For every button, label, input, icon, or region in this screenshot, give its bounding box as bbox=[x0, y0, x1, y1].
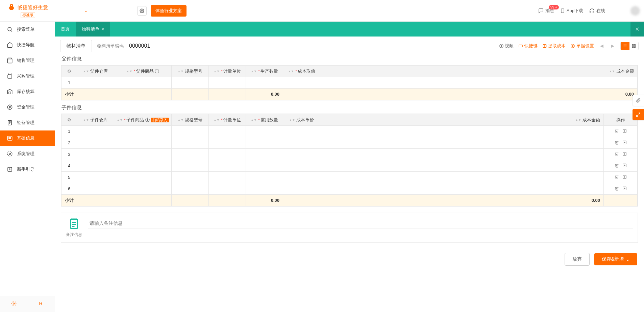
cell-qty[interactable] bbox=[246, 183, 283, 195]
delete-row-icon[interactable] bbox=[615, 129, 619, 134]
sidebar-item-sales[interactable]: 销售管理 bbox=[0, 53, 55, 68]
cell-unit[interactable] bbox=[209, 126, 246, 137]
cell-qty[interactable] bbox=[246, 77, 283, 89]
parent-col-costbasis[interactable]: ▲▼*成本取值 bbox=[283, 66, 320, 77]
app-download-link[interactable]: App下载 bbox=[560, 8, 583, 14]
sidebar-collapse-button[interactable] bbox=[39, 301, 44, 307]
remarks-input[interactable] bbox=[88, 218, 633, 229]
add-row-icon[interactable] bbox=[622, 186, 627, 192]
view-card-button[interactable] bbox=[629, 42, 638, 50]
cell-unitcost[interactable] bbox=[283, 183, 320, 195]
cell-unitcost[interactable] bbox=[283, 149, 320, 160]
close-all-tabs-button[interactable] bbox=[630, 22, 644, 37]
delete-row-icon[interactable] bbox=[615, 163, 619, 169]
cell-costbasis[interactable] bbox=[283, 77, 320, 89]
cell-product[interactable] bbox=[114, 160, 172, 172]
child-row[interactable]: 6 bbox=[61, 183, 638, 195]
delete-row-icon[interactable] bbox=[615, 186, 619, 192]
tab-home[interactable]: 首页 bbox=[55, 22, 76, 37]
cell-warehouse[interactable] bbox=[77, 77, 114, 89]
cell-costamount[interactable] bbox=[320, 137, 604, 149]
child-col-warehouse[interactable]: ▲▼子件仓库 bbox=[77, 114, 114, 126]
child-col-spec[interactable]: ▲▼规格型号 bbox=[172, 114, 209, 126]
cell-warehouse[interactable] bbox=[77, 126, 114, 137]
child-col-qty[interactable]: ▲▼*需用数量 bbox=[246, 114, 283, 126]
cell-qty[interactable] bbox=[246, 149, 283, 160]
save-new-button[interactable]: 保存&新增 ⌄ bbox=[594, 253, 637, 265]
sidebar-item-guide[interactable]: 新手引导 bbox=[0, 162, 55, 177]
cell-qty[interactable] bbox=[246, 126, 283, 137]
cell-unit[interactable] bbox=[209, 77, 246, 89]
cell-unit[interactable] bbox=[209, 149, 246, 160]
inner-tab-bom[interactable]: 物料清单 bbox=[60, 40, 92, 52]
parent-col-costamount[interactable]: ▲▼成本金额 bbox=[320, 66, 638, 77]
cell-product[interactable] bbox=[114, 183, 172, 195]
help-icon[interactable]: ⓘ bbox=[155, 69, 159, 74]
add-row-icon[interactable] bbox=[622, 129, 627, 134]
discard-button[interactable]: 放弃 bbox=[565, 253, 590, 266]
add-row-icon[interactable] bbox=[622, 163, 627, 169]
cell-unitcost[interactable] bbox=[283, 137, 320, 149]
cell-costamount[interactable] bbox=[320, 77, 638, 89]
messages-link[interactable]: 消息 99 + bbox=[538, 8, 554, 14]
sidebar-settings-button[interactable] bbox=[11, 301, 17, 307]
cell-costamount[interactable] bbox=[320, 172, 604, 183]
org-selector[interactable]: ⌄ bbox=[59, 8, 134, 14]
sidebar-item-quicknav[interactable]: 快捷导航 bbox=[0, 37, 55, 53]
sidebar-item-system[interactable]: 系统管理 bbox=[0, 146, 55, 162]
fullscreen-button[interactable] bbox=[633, 109, 644, 120]
cell-warehouse[interactable] bbox=[77, 149, 114, 160]
shortcut-link[interactable]: 快捷键 bbox=[518, 43, 538, 49]
sidebar-item-search[interactable]: 搜索菜单 bbox=[0, 22, 55, 37]
sidebar-item-inventory[interactable]: 库存核算 bbox=[0, 84, 55, 99]
parent-col-product[interactable]: ▲▼*父件商品 ⓘ bbox=[114, 66, 172, 77]
sidebar-item-purchase[interactable]: 采购管理 bbox=[0, 68, 55, 84]
doc-settings-link[interactable]: 单据设置 bbox=[570, 43, 594, 49]
parent-col-qty[interactable]: ▲▼*生产数量 bbox=[246, 66, 283, 77]
cell-unit[interactable] bbox=[209, 172, 246, 183]
online-service-link[interactable]: 在线 bbox=[589, 8, 624, 14]
cell-unit[interactable] bbox=[209, 183, 246, 195]
video-link[interactable]: 视频 bbox=[499, 43, 514, 49]
cell-product[interactable] bbox=[114, 126, 172, 137]
child-col-product[interactable]: ▲▼*子件商品 ⓘ扫码录入 bbox=[114, 114, 172, 126]
cell-warehouse[interactable] bbox=[77, 172, 114, 183]
parent-row[interactable]: 1 bbox=[61, 77, 638, 89]
view-list-button[interactable] bbox=[621, 42, 629, 50]
parent-col-unit[interactable]: ▲▼*计量单位 bbox=[209, 66, 246, 77]
extract-cost-link[interactable]: 提取成本 bbox=[542, 43, 566, 49]
cell-qty[interactable] bbox=[246, 160, 283, 172]
cell-unitcost[interactable] bbox=[283, 126, 320, 137]
child-col-gear[interactable]: ⚙ bbox=[61, 114, 77, 126]
cell-spec[interactable] bbox=[172, 126, 209, 137]
cell-costamount[interactable] bbox=[320, 126, 604, 137]
cell-costamount[interactable] bbox=[320, 160, 604, 172]
delete-row-icon[interactable] bbox=[615, 175, 619, 180]
child-col-unit[interactable]: ▲▼*计量单位 bbox=[209, 114, 246, 126]
next-doc-button[interactable]: ▶ bbox=[610, 43, 616, 48]
sidebar-item-funds[interactable]: 资金管理 bbox=[0, 99, 55, 115]
user-menu[interactable] bbox=[630, 6, 640, 16]
cell-unit[interactable] bbox=[209, 160, 246, 172]
cell-product[interactable] bbox=[114, 172, 172, 183]
child-row[interactable]: 2 bbox=[61, 137, 638, 149]
tab-bom[interactable]: 物料清单 × bbox=[76, 22, 110, 37]
cell-spec[interactable] bbox=[172, 77, 209, 89]
org-settings-button[interactable] bbox=[137, 6, 147, 16]
cell-spec[interactable] bbox=[172, 137, 209, 149]
close-icon[interactable]: × bbox=[101, 26, 104, 32]
cell-unit[interactable] bbox=[209, 137, 246, 149]
cell-spec[interactable] bbox=[172, 172, 209, 183]
add-row-icon[interactable] bbox=[622, 152, 627, 157]
help-icon[interactable]: ⓘ bbox=[145, 117, 150, 122]
cell-unitcost[interactable] bbox=[283, 172, 320, 183]
parent-col-spec[interactable]: ▲▼规格型号 bbox=[172, 66, 209, 77]
cell-spec[interactable] bbox=[172, 160, 209, 172]
parent-col-warehouse[interactable]: ▲▼父件仓库 bbox=[77, 66, 114, 77]
cell-qty[interactable] bbox=[246, 172, 283, 183]
cell-costamount[interactable] bbox=[320, 183, 604, 195]
cell-spec[interactable] bbox=[172, 183, 209, 195]
cell-warehouse[interactable] bbox=[77, 183, 114, 195]
child-col-costamount[interactable]: ▲▼成本金额 bbox=[320, 114, 604, 126]
cell-product[interactable] bbox=[114, 149, 172, 160]
